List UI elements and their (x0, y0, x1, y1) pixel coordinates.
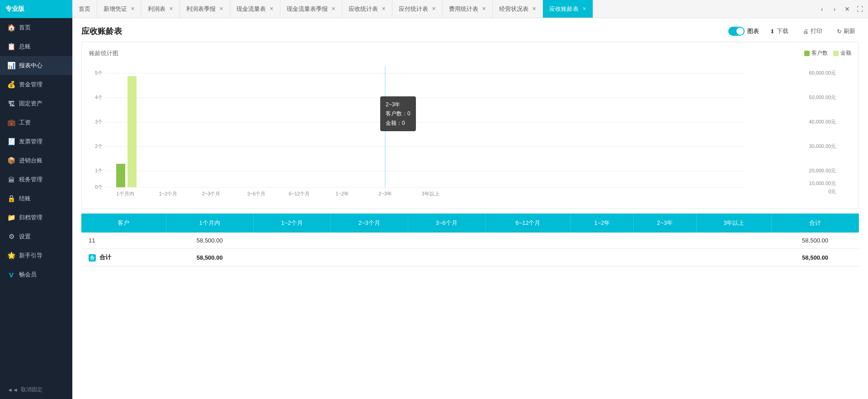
sidebar-item-closing[interactable]: 🔒 结账 (0, 189, 72, 208)
total-row: 合 合计 58,500.00 58,500.00 (81, 249, 859, 266)
tab-prev-button[interactable]: ‹ (816, 4, 827, 14)
close-profit-quarter-icon[interactable]: ✕ (219, 6, 223, 12)
tab-home[interactable]: 首页 (72, 0, 97, 18)
tab-payable-stat[interactable]: 应付统计表 ✕ (392, 0, 443, 18)
download-button[interactable]: ⬇ 下载 (766, 25, 792, 37)
close-business-stat-icon[interactable]: ✕ (532, 6, 536, 12)
svg-rect-19 (116, 164, 125, 187)
svg-text:2~3个月: 2~3个月 (202, 191, 221, 196)
cell-year3plus (696, 233, 772, 249)
salary-icon: 💼 (7, 119, 15, 127)
sidebar-logo: 专业版 (0, 0, 72, 18)
svg-text:3~6个月: 3~6个月 (247, 191, 266, 196)
sidebar-item-vip[interactable]: V 畅会员 (0, 265, 72, 284)
col-month1: 1个月内 (166, 214, 253, 233)
sidebar-unpin-button[interactable]: ◄◄ 取消固定 (0, 380, 72, 399)
sidebar-item-asset[interactable]: 🏗 固定资产 (0, 94, 72, 113)
sidebar-item-invoice[interactable]: 🧾 发票管理 (0, 132, 72, 151)
sidebar-item-archive[interactable]: 📁 归档管理 (0, 208, 72, 227)
col-year3plus: 3年以上 (696, 214, 772, 233)
total-month1: 58,500.00 (166, 249, 253, 266)
legend-customer: 客户数 (804, 49, 828, 57)
close-cashflow-icon[interactable]: ✕ (269, 6, 274, 12)
refresh-icon: ↻ (837, 28, 842, 35)
fund-icon: 💰 (7, 81, 15, 89)
svg-text:3个: 3个 (95, 119, 103, 124)
tab-cashflow[interactable]: 现金流量表 ✕ (230, 0, 280, 18)
refresh-button[interactable]: ↻ 刷新 (833, 25, 859, 37)
sidebar: 专业版 🏠 首页 📋 总账 📊 报表中心 💰 资金管理 🏗 固定资产 💼 工资 … (0, 0, 72, 399)
print-button[interactable]: 🖨 打印 (799, 25, 826, 37)
total-month36 (408, 249, 485, 266)
close-receivable-stat-icon[interactable]: ✕ (382, 6, 386, 12)
asset-icon: 🏗 (7, 100, 15, 108)
tab-next-button[interactable]: › (829, 4, 840, 14)
invoice-icon: 🧾 (7, 138, 15, 146)
svg-rect-20 (127, 76, 137, 187)
tab-voucher[interactable]: 新增凭证 ✕ (97, 0, 142, 18)
svg-text:0个: 0个 (95, 184, 103, 190)
svg-text:2个: 2个 (95, 143, 103, 149)
svg-text:2~3年: 2~3年 (378, 191, 392, 196)
bar-chart: 5个 4个 3个 2个 1个 0个 60,000.00元 50,000.00元 … (89, 66, 851, 198)
svg-text:50,000.00元: 50,000.00元 (809, 95, 836, 100)
aging-table: 客户 1个月内 1~2个月 2~3个月 3~6个月 6~12个月 1~2年 2~… (81, 214, 859, 266)
close-expense-stat-icon[interactable]: ✕ (482, 6, 486, 12)
total-year23 (633, 249, 696, 266)
tax-icon: 🏛 (7, 176, 15, 184)
tab-expense-stat[interactable]: 费用统计表 ✕ (443, 0, 493, 18)
sidebar-item-fund[interactable]: 💰 资金管理 (0, 75, 72, 94)
home-icon: 🏠 (7, 24, 15, 32)
ledger-icon: 📋 (7, 43, 15, 51)
chart-title: 账龄统计图 (89, 49, 851, 57)
svg-text:0元: 0元 (828, 189, 836, 194)
tab-profit-quarter[interactable]: 利润表季报 ✕ (180, 0, 230, 18)
close-voucher-icon[interactable]: ✕ (131, 6, 135, 12)
cell-customer: 11 (81, 233, 166, 249)
tab-business-stat[interactable]: 经营状况表 ✕ (493, 0, 543, 18)
sidebar-item-home[interactable]: 🏠 首页 (0, 18, 72, 37)
total-total: 58,500.00 (772, 249, 859, 266)
chart-toggle-wrap: 图表 (728, 27, 759, 36)
sidebar-item-salary[interactable]: 💼 工资 (0, 113, 72, 132)
close-payable-stat-icon[interactable]: ✕ (432, 6, 436, 12)
page-header: 应收账龄表 图表 ⬇ 下载 🖨 打印 ↻ 刷新 (72, 18, 868, 42)
close-cashflow-quarter-icon[interactable]: ✕ (331, 6, 335, 12)
col-total: 合计 (772, 214, 859, 233)
tab-close-all-button[interactable]: ✕ (842, 4, 853, 14)
tab-receivable-aging[interactable]: 应收账龄表 ✕ (543, 0, 593, 18)
sidebar-item-guide[interactable]: 🌟 新手引导 (0, 246, 72, 265)
total-year3plus (696, 249, 772, 266)
cell-month1: 58,500.00 (166, 233, 253, 249)
table-header-row: 客户 1个月内 1~2个月 2~3个月 3~6个月 6~12个月 1~2年 2~… (81, 214, 859, 233)
cell-month23 (330, 233, 408, 249)
svg-text:1~2个月: 1~2个月 (159, 191, 178, 196)
chart-area: 账龄统计图 客户数 金额 5个 4个 3个 2个 1个 0个 (81, 42, 859, 209)
table-row: 11 58,500.00 58,500.00 (81, 233, 859, 249)
col-month12: 1~2个月 (253, 214, 330, 233)
sidebar-item-tax[interactable]: 🏛 税务管理 (0, 170, 72, 189)
tab-profit[interactable]: 利润表 ✕ (142, 0, 180, 18)
col-month612: 6~12个月 (485, 214, 571, 233)
chart-toggle[interactable] (728, 27, 745, 36)
tab-receivable-stat[interactable]: 应收统计表 ✕ (342, 0, 392, 18)
sidebar-item-inventory[interactable]: 📦 进销台账 (0, 151, 72, 170)
report-icon: 📊 (7, 62, 15, 70)
tab-fullscreen-button[interactable]: ⛶ (854, 4, 865, 14)
sidebar-item-ledger[interactable]: 📋 总账 (0, 37, 72, 56)
svg-text:1个月内: 1个月内 (116, 191, 134, 196)
close-receivable-aging-icon[interactable]: ✕ (582, 6, 586, 12)
svg-text:3年以上: 3年以上 (421, 191, 439, 196)
download-icon: ⬇ (770, 28, 775, 35)
total-month12 (253, 249, 330, 266)
sidebar-item-report[interactable]: 📊 报表中心 (0, 56, 72, 75)
cell-year12 (571, 233, 633, 249)
tab-cashflow-quarter[interactable]: 现金流量表季报 ✕ (280, 0, 342, 18)
print-icon: 🖨 (803, 28, 809, 35)
close-profit-icon[interactable]: ✕ (169, 6, 173, 12)
svg-text:40,000.00元: 40,000.00元 (809, 119, 836, 124)
sidebar-item-settings[interactable]: ⚙ 设置 (0, 227, 72, 246)
total-year12 (571, 249, 633, 266)
col-year12: 1~2年 (571, 214, 633, 233)
svg-text:10,000.00元: 10,000.00元 (809, 180, 836, 186)
